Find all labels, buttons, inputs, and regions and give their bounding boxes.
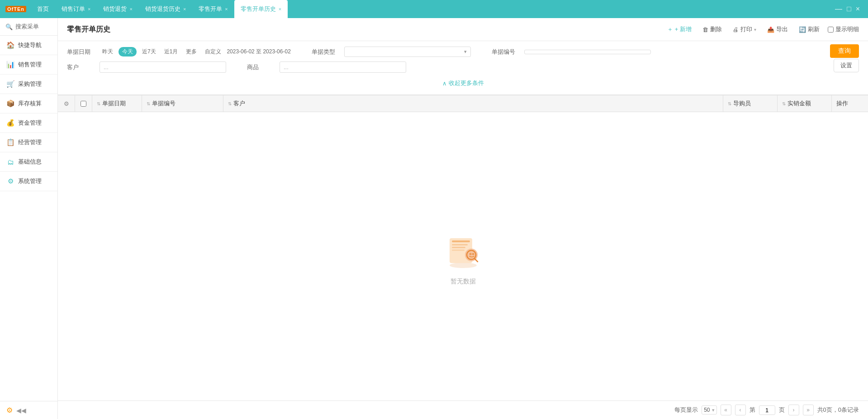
settings-icon[interactable]: ⚙ [6,406,13,414]
sidebar-item-finance-label: 资金管理 [18,119,42,127]
tab-sales-return-history[interactable]: 销货退货历史 × [139,0,192,18]
type-filter-select[interactable]: ▾ [344,47,471,57]
th-date-sort-icon[interactable]: ⇅ [97,101,100,106]
inventory-icon: 📦 [6,99,14,108]
tab-sales-order[interactable]: 销售订单 × [55,0,97,18]
operation-icon: 📋 [6,138,14,146]
th-amount-sort-icon[interactable]: ⇅ [782,101,786,106]
th-guide: ⇅ 导购员 [723,95,778,112]
date-btn-today[interactable]: 今天 [119,47,137,56]
sidebar-bottom: ⚙ ◀◀ [0,401,57,419]
purchase-mgmt-icon: 🛒 [6,80,14,88]
per-page-select[interactable]: 50 ▾ [702,405,716,414]
sys-mgmt-icon: ⚙ [6,177,14,185]
content-area: 零售开单历史 ＋ + 新增 🗑 删除 🖨 打印 ▾ 📤 导出 [58,18,868,419]
svg-rect-5 [452,250,465,251]
select-all-checkbox[interactable] [81,101,86,107]
goods-filter-label: 商品 [247,63,272,71]
th-num-label: 单据编号 [152,99,175,108]
page-header: 零售开单历史 ＋ + 新增 🗑 删除 🖨 打印 ▾ 📤 导出 [58,18,868,41]
tab-sales-return-close[interactable]: × [129,6,132,12]
tab-sales-return[interactable]: 销货退货 × [97,0,138,18]
filter-row-1: 单据日期 昨天 今天 近7天 近1月 更多 自定义 2023-06-02 至 2… [67,47,859,57]
prev-page-icon: ‹ [740,407,741,413]
delete-button[interactable]: 🗑 删除 [700,24,725,35]
collapse-sidebar-icon[interactable]: ◀◀ [16,407,26,414]
search-icon: 🔍 [5,24,13,30]
refresh-button[interactable]: 🔄 刷新 [796,24,822,35]
refresh-label: 刷新 [808,25,820,33]
sales-mgmt-icon: 📊 [6,61,14,69]
settings-button[interactable]: 设置 [834,59,859,72]
sidebar-item-finance[interactable]: 💰 资金管理 [0,113,57,133]
sidebar-item-quick-nav-label: 快捷导航 [18,41,42,49]
print-button[interactable]: 🖨 打印 ▾ [730,24,759,35]
tab-sales-return-history-close[interactable]: × [183,6,186,12]
th-num-sort-icon[interactable]: ⇅ [147,101,150,106]
sidebar-item-inventory[interactable]: 📦 库存核算 [0,94,57,113]
svg-point-0 [450,263,477,268]
client-filter-placeholder: ... [104,64,109,71]
table-select-all[interactable] [75,95,92,112]
add-label: + 新增 [675,25,692,33]
num-filter-input[interactable] [524,50,651,54]
sidebar-item-quick-nav[interactable]: 🏠 快捷导航 [0,36,57,55]
tab-home[interactable]: 首页 [31,0,55,18]
client-filter-input[interactable]: ... [100,61,226,73]
table-settings-button[interactable]: ⚙ [58,95,75,112]
query-button[interactable]: 查询 [830,44,859,58]
quick-nav-icon: 🏠 [6,41,14,49]
goods-filter-input[interactable]: ... [280,61,406,73]
sidebar: 🔍 搜索采单 🏠 快捷导航 📊 销售管理 🛒 采购管理 📦 库存核算 💰 资金管… [0,18,58,419]
print-arrow-icon: ▾ [754,27,756,32]
date-filters: 昨天 今天 近7天 近1月 更多 自定义 2023-06-02 至 2023-0… [100,47,291,56]
sidebar-search[interactable]: 🔍 搜索采单 [0,18,57,36]
filter-row-2: 客户 ... 商品 ... [67,61,859,73]
export-button[interactable]: 📤 导出 [764,24,791,35]
th-date-label: 单据日期 [102,99,126,108]
tab-retail-open-label: 零售开单 [199,5,222,13]
th-client-sort-icon[interactable]: ⇅ [228,101,232,106]
maximize-icon[interactable]: □ [847,5,851,13]
tab-sales-order-close[interactable]: × [88,6,90,12]
last-page-button[interactable]: » [803,405,814,415]
sidebar-item-operation[interactable]: 📋 经营管理 [0,133,57,152]
date-btn-more[interactable]: 更多 [183,47,199,56]
date-btn-yesterday[interactable]: 昨天 [100,47,116,56]
goods-filter-placeholder: ... [284,64,289,71]
collapse-more-button[interactable]: ∧ 收起更多条件 [67,77,859,89]
minimize-icon[interactable]: — [835,5,842,13]
th-guide-sort-icon[interactable]: ⇅ [728,101,731,106]
close-window-icon[interactable]: × [856,5,860,13]
display-detail-input[interactable] [828,27,834,33]
tab-retail-open[interactable]: 零售开单 × [192,0,234,18]
svg-point-10 [472,253,474,255]
first-page-button[interactable]: « [721,405,731,415]
date-btn-custom[interactable]: 自定义 [202,47,224,56]
prev-page-button[interactable]: ‹ [735,405,746,415]
main-layout: 🔍 搜索采单 🏠 快捷导航 📊 销售管理 🛒 采购管理 📦 库存核算 💰 资金管… [0,18,868,419]
sidebar-item-basic-info[interactable]: 🗂 基础信息 [0,152,57,172]
th-amount: ⇅ 实销金额 [778,95,832,112]
page-number-input[interactable] [759,405,775,415]
date-btn-7days[interactable]: 近7天 [139,47,159,56]
tab-sales-order-label: 销售订单 [62,5,85,13]
sidebar-item-basic-info-label: 基础信息 [18,158,42,166]
empty-icon [441,227,486,272]
tab-retail-open-history-close[interactable]: × [279,6,281,12]
sidebar-item-sys-mgmt[interactable]: ⚙ 系统管理 [0,172,57,191]
print-label: 打印 [740,25,752,33]
tab-retail-open-history[interactable]: 零售开单历史 × [234,0,288,18]
add-button[interactable]: ＋ + 新增 [664,24,694,35]
date-filter-label: 单据日期 [67,48,92,56]
next-page-button[interactable]: › [788,405,799,415]
sidebar-item-sales-mgmt[interactable]: 📊 销售管理 [0,55,57,75]
th-actions: 操作 [832,95,868,112]
tab-home-label: 首页 [37,5,49,13]
display-detail-label: 显示明细 [835,25,859,33]
th-client: ⇅ 客户 [223,95,723,112]
date-btn-1month[interactable]: 近1月 [161,47,181,56]
tab-retail-open-close[interactable]: × [225,6,228,12]
display-detail-checkbox[interactable]: 显示明细 [828,25,859,33]
sidebar-item-purchase-mgmt[interactable]: 🛒 采购管理 [0,75,57,94]
